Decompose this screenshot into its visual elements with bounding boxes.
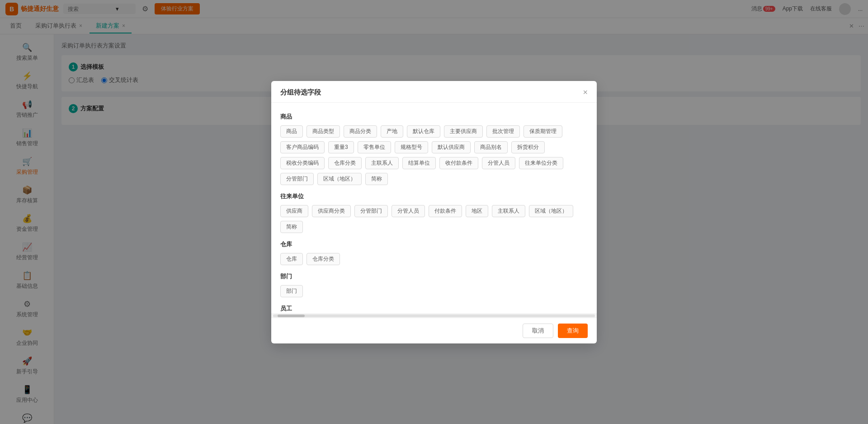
- field-tag-goods-17[interactable]: 主联系人: [365, 157, 399, 169]
- field-tag-partner-8[interactable]: 简称: [280, 221, 303, 233]
- field-tag-warehouse-0[interactable]: 仓库: [280, 253, 303, 265]
- field-section-partner: 往来单位: [280, 192, 588, 200]
- field-tag-partner-0[interactable]: 供应商: [280, 205, 308, 217]
- dialog-body: 商品 商品 商品类型 商品分类 产地 默认仓库 主要供应商 批次管理 保质期管理…: [271, 103, 597, 314]
- field-tag-goods-16[interactable]: 仓库分类: [328, 157, 362, 169]
- field-tag-goods-20[interactable]: 分管人员: [482, 157, 515, 169]
- field-tag-goods-6[interactable]: 批次管理: [486, 125, 520, 138]
- hscroll-track: [273, 314, 595, 317]
- field-tag-goods-1[interactable]: 商品类型: [307, 125, 340, 138]
- field-tag-warehouse-1[interactable]: 仓库分类: [307, 253, 340, 265]
- field-section-employee: 员工: [280, 305, 588, 313]
- field-tag-goods-21[interactable]: 往来单位分类: [519, 157, 563, 169]
- field-tag-goods-12[interactable]: 默认供应商: [432, 141, 471, 153]
- confirm-button[interactable]: 查询: [558, 324, 588, 338]
- field-tag-goods-2[interactable]: 商品分类: [344, 125, 377, 138]
- field-tag-goods-10[interactable]: 零售单位: [358, 141, 391, 153]
- dialog-close-button[interactable]: ×: [583, 88, 588, 96]
- field-tag-goods-14[interactable]: 拆货积分: [511, 141, 545, 153]
- field-tag-goods-19[interactable]: 收付款条件: [439, 157, 478, 169]
- field-tag-goods-18[interactable]: 结算单位: [402, 157, 436, 169]
- field-tag-goods-4[interactable]: 默认仓库: [407, 125, 440, 138]
- dialog-title: 分组待选字段: [280, 88, 321, 97]
- field-grid-dept: 部门: [280, 285, 588, 297]
- field-tag-partner-1[interactable]: 供应商分类: [312, 205, 351, 217]
- field-tag-goods-24[interactable]: 简称: [365, 173, 388, 185]
- field-tag-goods-11[interactable]: 规格型号: [395, 141, 428, 153]
- field-tag-partner-6[interactable]: 主联系人: [492, 205, 525, 217]
- field-grid-warehouse: 仓库 仓库分类: [280, 253, 588, 265]
- field-tag-goods-15[interactable]: 税收分类编码: [280, 157, 325, 169]
- field-grid-goods: 商品 商品类型 商品分类 产地 默认仓库 主要供应商 批次管理 保质期管理 客户…: [280, 125, 588, 185]
- field-tag-partner-5[interactable]: 地区: [466, 205, 488, 217]
- field-section-dept: 部门: [280, 272, 588, 281]
- field-section-warehouse: 仓库: [280, 240, 588, 248]
- field-tag-partner-7[interactable]: 区域（地区）: [529, 205, 573, 217]
- cancel-button[interactable]: 取消: [523, 324, 553, 338]
- field-tag-goods-8[interactable]: 客户商品编码: [280, 141, 325, 153]
- field-tag-goods-0[interactable]: 商品: [280, 125, 303, 138]
- field-tag-partner-4[interactable]: 付款条件: [429, 205, 462, 217]
- dialog-header: 分组待选字段 ×: [271, 81, 597, 103]
- field-tag-goods-5[interactable]: 主要供应商: [444, 125, 483, 138]
- field-section-goods: 商品: [280, 113, 588, 121]
- field-tag-partner-2[interactable]: 分管部门: [354, 205, 388, 217]
- field-tag-goods-9[interactable]: 重量3: [328, 141, 354, 153]
- field-tag-goods-23[interactable]: 区域（地区）: [317, 173, 362, 185]
- field-select-dialog: 分组待选字段 × 商品 商品 商品类型 商品分类 产地 默认仓库 主要供应商 批…: [271, 81, 597, 343]
- field-grid-partner: 供应商 供应商分类 分管部门 分管人员 付款条件 地区 主联系人 区域（地区） …: [280, 205, 588, 233]
- field-tag-goods-22[interactable]: 分管部门: [280, 173, 314, 185]
- field-tag-goods-7[interactable]: 保质期管理: [524, 125, 562, 138]
- dialog-overlay: 分组待选字段 × 商品 商品 商品类型 商品分类 产地 默认仓库 主要供应商 批…: [0, 0, 868, 424]
- field-tag-goods-13[interactable]: 商品别名: [474, 141, 508, 153]
- dialog-hscroll[interactable]: [271, 314, 597, 318]
- hscroll-thumb[interactable]: [278, 314, 305, 317]
- dialog-footer: 取消 查询: [271, 318, 597, 343]
- field-tag-dept-0[interactable]: 部门: [280, 285, 303, 297]
- field-tag-goods-3[interactable]: 产地: [381, 125, 403, 138]
- field-tag-partner-3[interactable]: 分管人员: [392, 205, 425, 217]
